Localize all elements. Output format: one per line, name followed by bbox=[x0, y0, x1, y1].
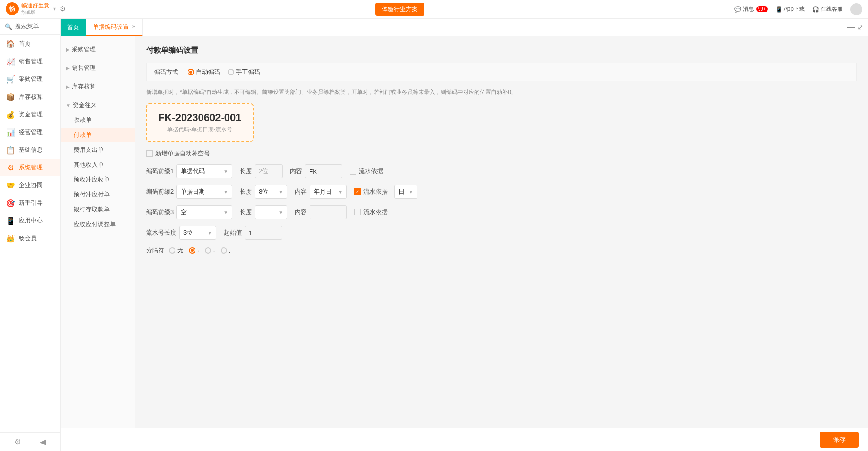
prefix1-serial-checkbox[interactable] bbox=[350, 168, 356, 175]
separator-row: 分隔符 无 · - . bbox=[146, 246, 857, 255]
submenu-other-income[interactable]: 其他收入单 bbox=[61, 157, 135, 172]
auto-fill-checkbox[interactable] bbox=[146, 150, 153, 157]
prefix1-content-field: 内容 FK bbox=[290, 164, 342, 178]
prefix1-select[interactable]: 单据代码 ▼ bbox=[176, 164, 232, 178]
top-bar-right: 💬 消息 99+ 📱 App下载 🎧 在线客服 bbox=[734, 3, 862, 15]
sep-period-radio[interactable]: . bbox=[221, 247, 231, 254]
sidebar-item-purchase[interactable]: 🛒 采购管理 bbox=[0, 70, 60, 88]
sidebar-item-sales[interactable]: 📈 销售管理 bbox=[0, 53, 60, 70]
prefix3-field: 编码前缀3 空 ▼ bbox=[146, 205, 232, 219]
sidebar-collapse-icon[interactable]: ◀ bbox=[40, 438, 46, 446]
sep-dot-radio[interactable]: · bbox=[189, 247, 199, 254]
submenu-finance[interactable]: ▼ 资金往来 bbox=[61, 98, 135, 113]
app-download-item[interactable]: 📱 App下载 bbox=[775, 5, 805, 13]
prefix2-content-arrow: ▼ bbox=[338, 189, 343, 195]
sidebar-item-operations[interactable]: 📊 经营管理 bbox=[0, 123, 60, 141]
main-content-area: ▶ 采购管理 ▶ 销售管理 ▶ 库存核算 ▼ 资金往来 收款单 付款单 费用支出… bbox=[61, 36, 868, 428]
auto-encode-radio[interactable]: 自动编码 bbox=[188, 68, 220, 76]
submenu-payment[interactable]: 付款单 bbox=[61, 128, 135, 142]
start-value-text: 1 bbox=[249, 229, 252, 236]
industry-btn[interactable]: 体验行业方案 bbox=[375, 3, 424, 16]
prefix2-length-select[interactable]: 8位 ▼ bbox=[255, 185, 287, 199]
submenu-pre-receipt[interactable]: 预收冲应收单 bbox=[61, 172, 135, 187]
collapse-arrow[interactable]: ▾ bbox=[53, 6, 56, 12]
submenu-ar-ap-adjust[interactable]: 应收应付调整单 bbox=[61, 217, 135, 232]
sidebar-search[interactable]: 🔍 搜索菜单 bbox=[0, 19, 60, 35]
submenu-sales-group: ▶ 销售管理 bbox=[61, 59, 135, 77]
app-icon: 📱 bbox=[775, 6, 782, 13]
settings-icon[interactable]: ⚙ bbox=[60, 5, 66, 13]
serial-length-arrow: ▼ bbox=[208, 230, 212, 236]
sidebar: 🔍 搜索菜单 🏠 首页 📈 销售管理 🛒 采购管理 📦 库存核算 💰 资金管理 … bbox=[0, 19, 61, 451]
prefix2-serial-unit-select[interactable]: 日 ▼ bbox=[394, 185, 417, 199]
submenu-finance-group: ▼ 资金往来 收款单 付款单 费用支出单 其他收入单 预收冲应收单 预付冲应付单… bbox=[61, 96, 135, 234]
prefix1-content-label: 内容 bbox=[290, 167, 302, 175]
submenu-bank[interactable]: 银行存取款单 bbox=[61, 202, 135, 217]
auto-encode-dot bbox=[189, 71, 192, 74]
sidebar-item-finance[interactable]: 💰 资金管理 bbox=[0, 106, 60, 123]
prefix3-serial-label: 流水依据 bbox=[363, 208, 388, 216]
tab-expand-btn[interactable]: ⤢ bbox=[857, 23, 863, 32]
prefix1-field: 编码前缀1 单据代码 ▼ bbox=[146, 164, 232, 178]
logo-text-area: 畅通好生意 旗舰版 bbox=[21, 2, 49, 15]
top-bar-mid: 体验行业方案 bbox=[375, 3, 424, 16]
submenu-inventory[interactable]: ▶ 库存核算 bbox=[61, 79, 135, 94]
tab-minimize-btn[interactable]: — bbox=[847, 23, 855, 32]
sidebar-item-member[interactable]: 👑 畅会员 bbox=[0, 229, 60, 247]
service-item[interactable]: 🎧 在线客服 bbox=[812, 5, 843, 13]
sidebar-settings-icon[interactable]: ⚙ bbox=[14, 438, 21, 446]
logo-icon: 畅 bbox=[6, 2, 19, 15]
sidebar-item-system[interactable]: ⚙ 系统管理 bbox=[0, 159, 60, 176]
sep-none-label: 无 bbox=[177, 246, 183, 255]
prefix2-content-select[interactable]: 年月日 ▼ bbox=[310, 185, 347, 199]
sidebar-item-enterprise[interactable]: 🤝 企业协同 bbox=[0, 176, 60, 194]
sidebar-item-inventory[interactable]: 📦 库存核算 bbox=[0, 88, 60, 106]
submenu-pre-payment[interactable]: 预付冲应付单 bbox=[61, 187, 135, 202]
top-bar: 畅 畅通好生意 旗舰版 ▾ ⚙ 体验行业方案 💬 消息 99+ 📱 App下载 … bbox=[0, 0, 868, 19]
finance-group-label: 资金往来 bbox=[73, 101, 97, 109]
prefix1-length-input: 2位 bbox=[255, 164, 283, 178]
sep-none-radio[interactable]: 无 bbox=[169, 246, 183, 255]
separator-radio-group: 无 · - . bbox=[169, 246, 231, 255]
sidebar-newbie-label: 新手引导 bbox=[19, 199, 43, 207]
prefix3-value: 空 bbox=[181, 208, 187, 216]
start-value-input[interactable]: 1 bbox=[245, 226, 282, 240]
serial-length-select[interactable]: 3位 ▼ bbox=[179, 226, 216, 240]
submenu-purchase[interactable]: ▶ 采购管理 bbox=[61, 42, 135, 57]
serial-length-row: 流水号长度 3位 ▼ 起始值 1 bbox=[146, 226, 857, 240]
sidebar-item-newbie[interactable]: 🎯 新手引导 bbox=[0, 194, 60, 212]
manual-encode-circle bbox=[228, 69, 234, 75]
submenu-sales[interactable]: ▶ 销售管理 bbox=[61, 61, 135, 75]
save-button[interactable]: 保存 bbox=[820, 432, 859, 448]
prefix3-length-field: 长度 ▼ bbox=[240, 205, 287, 219]
message-icon: 💬 bbox=[734, 6, 741, 13]
sidebar-finance-label: 资金管理 bbox=[19, 110, 43, 119]
sidebar-item-base[interactable]: 📋 基础信息 bbox=[0, 141, 60, 159]
serial-length-value: 3位 bbox=[183, 229, 193, 237]
serial-length-label: 流水号长度 bbox=[146, 229, 176, 237]
prefix3-select[interactable]: 空 ▼ bbox=[176, 205, 232, 219]
tab-close-icon[interactable]: ✕ bbox=[132, 24, 136, 30]
inventory-icon: 📦 bbox=[7, 93, 15, 101]
page-title: 付款单编码设置 bbox=[146, 46, 857, 55]
sidebar-enterprise-label: 企业协同 bbox=[19, 181, 43, 189]
submenu-receipt[interactable]: 收款单 bbox=[61, 113, 135, 128]
auto-encode-circle bbox=[188, 69, 194, 75]
submenu-expense[interactable]: 费用支出单 bbox=[61, 142, 135, 157]
avatar[interactable] bbox=[850, 3, 862, 15]
sidebar-item-home[interactable]: 🏠 首页 bbox=[0, 35, 60, 53]
prefix2-select[interactable]: 单据日期 ▼ bbox=[176, 185, 232, 199]
manual-encode-radio[interactable]: 手工编码 bbox=[228, 68, 260, 76]
tab-encode-label: 单据编码设置 bbox=[93, 23, 129, 31]
tab-encode-settings[interactable]: 单据编码设置 ✕ bbox=[86, 19, 143, 36]
sidebar-item-apps[interactable]: 📱 应用中心 bbox=[0, 212, 60, 229]
prefix3-serial-checkbox[interactable] bbox=[354, 209, 361, 215]
prefix2-serial-checkbox[interactable]: ✓ bbox=[354, 188, 361, 195]
tab-home-label: 首页 bbox=[67, 23, 79, 32]
sep-dash-radio[interactable]: - bbox=[205, 247, 215, 254]
prefix1-row: 编码前缀1 单据代码 ▼ 长度 2位 内容 FK 流水依据 bbox=[146, 164, 857, 178]
prefix3-length-select[interactable]: ▼ bbox=[255, 205, 287, 219]
search-label: 搜索菜单 bbox=[15, 22, 39, 31]
tab-home[interactable]: 首页 bbox=[61, 19, 86, 36]
message-item[interactable]: 💬 消息 99+ bbox=[734, 5, 768, 13]
